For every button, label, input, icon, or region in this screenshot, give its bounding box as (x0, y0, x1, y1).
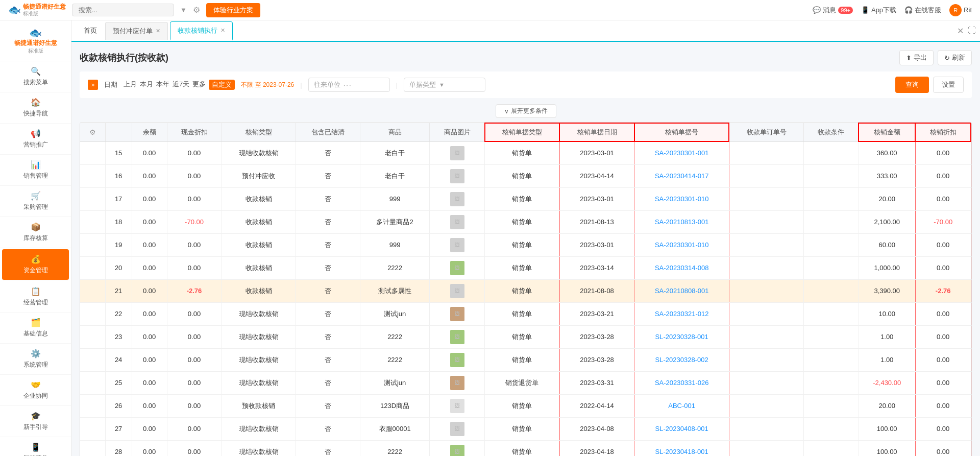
solution-button[interactable]: 体验行业方案 (206, 3, 260, 17)
sidebar-item-hardware[interactable]: 📱 智能硬件 (0, 437, 71, 456)
refresh-button[interactable]: ↻ 刷新 (938, 50, 972, 65)
sidebar-item-system[interactable]: ⚙️ 系统管理 (0, 344, 71, 375)
bill-no-link[interactable]: SA-20210813-001 (655, 218, 709, 226)
sidebar-item-basic[interactable]: 🗂️ 基础信息 (0, 313, 71, 344)
filter-expand-button[interactable]: » (88, 80, 98, 90)
td-bill-type: 销货退货单 (485, 371, 560, 394)
counterpart-dots[interactable]: ··· (344, 81, 352, 89)
td-collection-condition (803, 279, 859, 302)
th-cash-discount: 现金折扣 (167, 123, 222, 141)
guide-icon: 🎓 (31, 411, 41, 421)
td-bill-no[interactable]: SL-20230418-001 (634, 440, 729, 456)
goods-image: 🖼 (450, 399, 464, 413)
bill-no-link[interactable]: SA-20230414-017 (655, 172, 709, 180)
bill-no-link[interactable]: SL-20230418-001 (655, 448, 708, 455)
query-button[interactable]: 查询 (895, 77, 929, 93)
settings-button[interactable]: 设置 (933, 77, 964, 93)
date-link-more[interactable]: 更多 (192, 80, 206, 90)
td-bill-type: 销货单 (485, 417, 560, 440)
td-row-num: 16 (105, 164, 132, 187)
sidebar-item-finance[interactable]: 💰 资金管理 (2, 249, 69, 280)
date-link-last-month[interactable]: 上月 (124, 80, 137, 90)
tab-expand-icon[interactable]: ⛶ (968, 26, 976, 36)
td-bill-type: 销货单 (485, 187, 560, 210)
td-bill-no[interactable]: SA-20210813-001 (634, 210, 729, 233)
bill-no-link[interactable]: SL-20230408-001 (655, 425, 708, 433)
bill-no-link[interactable]: SL-20230328-002 (655, 356, 708, 364)
tab-home[interactable]: 首页 (76, 22, 105, 39)
td-collection-condition (803, 141, 859, 164)
td-bill-no[interactable]: SA-20230414-017 (634, 164, 729, 187)
date-custom-link[interactable]: 自定义 (209, 80, 235, 90)
th-gear[interactable]: ⚙ (80, 123, 105, 141)
sidebar-item-operation[interactable]: 📋 经营管理 (0, 281, 71, 313)
tab-close-all-icon[interactable]: ✕ (957, 26, 964, 36)
filter-separator2: | (396, 81, 398, 89)
counterpart-filter[interactable]: 往来单位 ··· (308, 78, 390, 92)
td-bill-no[interactable]: SA-20210808-001 (634, 279, 729, 302)
td-bill-no[interactable]: SL-20230328-001 (634, 325, 729, 348)
td-bill-no[interactable]: SA-20230301-010 (634, 187, 729, 210)
td-goods: 2222 (360, 348, 430, 371)
td-include-closed: 否 (296, 325, 360, 348)
bill-type-filter[interactable]: 单据类型 ▼ (404, 78, 485, 92)
bill-no-link[interactable]: SA-20230301-001 (655, 149, 709, 157)
sidebar-item-guide[interactable]: 🎓 新手引导 (0, 406, 71, 437)
tab-collection[interactable]: 收款核销执行 ✕ (170, 21, 233, 40)
search-input[interactable] (72, 4, 174, 16)
sidebar-item-purchase[interactable]: 🛒 采购管理 (0, 186, 71, 217)
bill-no-link[interactable]: ABC-001 (668, 402, 695, 410)
sidebar-item-enterprise[interactable]: 🤝 企业协同 (0, 375, 71, 406)
expand-more-button[interactable]: ∨ 展开更多条件 (496, 104, 556, 118)
td-gear (80, 164, 105, 187)
td-goods: 老白干 (360, 141, 430, 164)
user-area[interactable]: R Rit (949, 4, 972, 16)
td-bill-no[interactable]: SA-20230331-026 (634, 371, 729, 394)
bill-no-link[interactable]: SA-20230321-012 (655, 310, 709, 318)
table-gear-icon[interactable]: ⚙ (89, 128, 96, 136)
tab-prepay[interactable]: 预付冲应付单 ✕ (105, 22, 168, 40)
sidebar-item-label: 库存核算 (23, 234, 48, 243)
td-bill-no[interactable]: SA-20230314-008 (634, 256, 729, 279)
td-write-off-discount: 0.00 (915, 302, 971, 325)
td-write-off-type: 收款核销 (222, 279, 296, 302)
td-bill-no[interactable]: SA-20230301-010 (634, 233, 729, 256)
down-arrow-icon: ▼ (180, 6, 187, 14)
sidebar-item-marketing[interactable]: 📢 营销推广 (0, 124, 71, 155)
home-icon: 🏠 (31, 98, 41, 107)
td-cash-discount: 0.00 (167, 348, 222, 371)
bill-no-link[interactable]: SL-20230328-001 (655, 333, 708, 341)
tab-prepay-close[interactable]: ✕ (156, 28, 160, 34)
td-bill-date: 2023-03-01 (559, 187, 634, 210)
bill-no-link[interactable]: SA-20230301-010 (655, 241, 709, 249)
tab-collection-close[interactable]: ✕ (220, 27, 225, 34)
td-write-off-amount: 360.00 (859, 141, 915, 164)
td-bill-no[interactable]: SA-20230301-001 (634, 141, 729, 164)
td-write-off-type: 预收款核销 (222, 394, 296, 417)
td-bill-no[interactable]: ABC-001 (634, 394, 729, 417)
td-goods: 测试多属性 (360, 279, 430, 302)
bill-no-link[interactable]: SA-20230331-026 (655, 379, 709, 387)
bill-no-link[interactable]: SA-20230314-008 (655, 264, 709, 272)
table-row: 230.000.00现结收款核销否2222🖼销货单2023-03-28SL-20… (80, 325, 971, 348)
td-bill-no[interactable]: SL-20230328-002 (634, 348, 729, 371)
date-link-this-year[interactable]: 本年 (156, 80, 169, 90)
sidebar-item-shortcut[interactable]: 🏠 快捷导航 (0, 92, 71, 124)
app-download-link[interactable]: 📱 App下载 (861, 6, 896, 15)
export-button[interactable]: ⬆ 导出 (899, 50, 934, 65)
table-row: 250.000.00现结收款核销否测试jun🖼销货退货单2023-03-31SA… (80, 371, 971, 394)
notification-area[interactable]: 💬 消息 99+ (813, 6, 853, 15)
td-bill-no[interactable]: SA-20230321-012 (634, 302, 729, 325)
bill-no-link[interactable]: SA-20230301-010 (655, 195, 709, 203)
td-bill-no[interactable]: SL-20230408-001 (634, 417, 729, 440)
date-link-7days[interactable]: 近7天 (173, 80, 189, 90)
sidebar-item-search[interactable]: 🔍 搜索菜单 (0, 61, 71, 92)
online-service-link[interactable]: 🎧 在线客服 (904, 6, 941, 15)
td-collection-order-no (729, 302, 803, 325)
date-link-this-month[interactable]: 本月 (140, 80, 153, 90)
sidebar-item-inventory[interactable]: 📦 库存核算 (0, 217, 71, 248)
bill-no-link[interactable]: SA-20210808-001 (655, 287, 709, 295)
gear-icon[interactable]: ⚙ (193, 5, 200, 15)
td-balance: 0.00 (132, 256, 167, 279)
sidebar-item-sales[interactable]: 📊 销售管理 (0, 155, 71, 186)
